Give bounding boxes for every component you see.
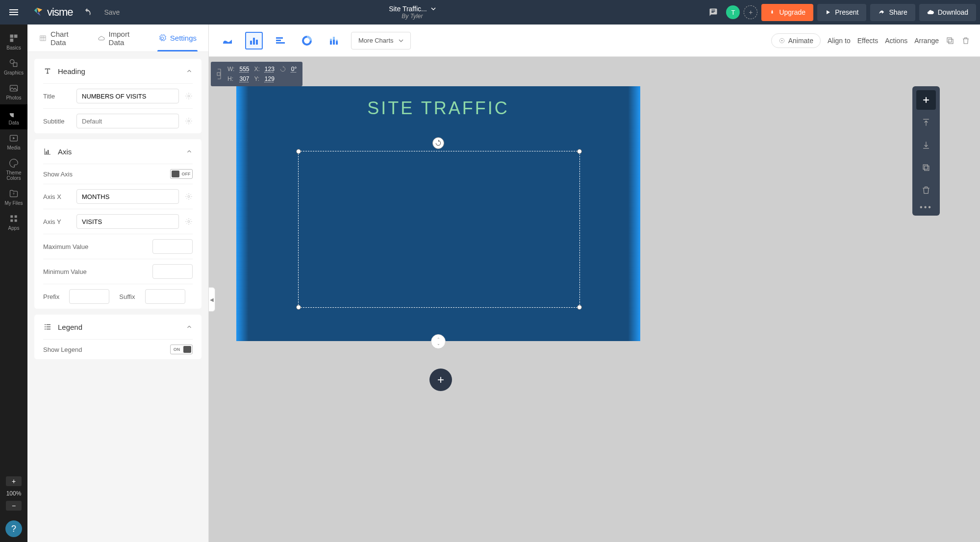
svg-rect-26 <box>330 39 332 41</box>
nav-theme-colors[interactable]: Theme Colors <box>0 154 27 185</box>
slide[interactable]: SITE TRAFFIC ⌃⌄ <box>236 86 640 341</box>
zoom-percent[interactable]: 100% <box>6 488 22 499</box>
tab-settings[interactable]: Settings <box>151 25 203 51</box>
animate-button[interactable]: Animate <box>771 33 821 48</box>
svg-rect-1 <box>14 35 18 38</box>
gear-icon[interactable] <box>185 193 193 200</box>
tab-chart-data[interactable]: Chart Data <box>32 25 91 51</box>
lock-icon[interactable] <box>217 67 223 81</box>
gear-icon[interactable] <box>185 218 193 225</box>
move-down-button[interactable] <box>916 135 936 155</box>
project-title[interactable]: Site Traffic... <box>389 5 436 13</box>
rotate-handle[interactable] <box>432 137 444 149</box>
tab-import-data-label: Import Data <box>109 30 145 47</box>
tab-import-data[interactable]: Import Data <box>91 25 151 51</box>
y-value[interactable]: 129 <box>265 75 275 82</box>
resize-handle-ne[interactable] <box>577 149 582 154</box>
add-collaborator-button[interactable]: + <box>744 5 757 19</box>
panel-body[interactable]: Heading Title Subtitle <box>27 52 208 542</box>
duplicate-icon[interactable] <box>946 36 955 45</box>
chart-selection[interactable] <box>298 151 580 308</box>
duplicate-slide-button[interactable] <box>916 158 936 177</box>
user-avatar[interactable]: T <box>726 5 740 19</box>
chart-type-hbar[interactable] <box>272 32 289 49</box>
h-label: H: <box>227 75 234 82</box>
suffix-input[interactable] <box>145 289 185 304</box>
resize-handle-nw[interactable] <box>296 149 301 154</box>
gear-icon[interactable] <box>185 92 193 100</box>
canvas[interactable]: ◀ W: 555 X: 123 0° H: 307 Y: 129 SITE TR… <box>209 57 980 542</box>
chart-type-bar[interactable] <box>245 32 263 49</box>
min-value-input[interactable] <box>152 264 193 279</box>
nav-graphics[interactable]: Graphics <box>0 54 27 79</box>
effects-button[interactable]: Effects <box>857 37 879 45</box>
more-options-button[interactable]: ••• <box>916 203 936 212</box>
chart-type-stacked[interactable] <box>325 32 342 49</box>
axis-y-input[interactable] <box>76 214 179 229</box>
zoom-out-button[interactable]: − <box>6 501 22 511</box>
add-slide-button[interactable]: + <box>429 369 452 391</box>
comments-button[interactable] <box>704 3 722 21</box>
chart-type-area[interactable] <box>219 32 236 49</box>
max-value-input[interactable] <box>152 239 193 254</box>
x-label: X: <box>254 66 259 73</box>
nav-my-files[interactable]: My Files <box>0 185 27 210</box>
nav-photos[interactable]: Photos <box>0 79 27 104</box>
menu-button[interactable] <box>4 2 24 22</box>
section-legend-header[interactable]: Legend <box>43 315 193 339</box>
resize-handle-se[interactable] <box>577 305 582 310</box>
h-value[interactable]: 307 <box>239 75 249 82</box>
more-charts-dropdown[interactable]: More Charts <box>351 32 411 49</box>
dimensions-panel: W: 555 X: 123 0° H: 307 Y: 129 <box>211 62 302 86</box>
resize-handle-sw[interactable] <box>296 305 301 310</box>
svg-rect-19 <box>253 38 255 45</box>
nav-media[interactable]: Media <box>0 129 27 154</box>
save-button[interactable]: Save <box>104 8 120 16</box>
show-legend-toggle[interactable]: ON <box>170 345 193 354</box>
collapse-panel-button[interactable]: ◀ <box>209 287 215 312</box>
axis-x-input[interactable] <box>76 189 179 204</box>
rotation-value[interactable]: 0° <box>291 66 297 73</box>
text-icon <box>43 67 52 75</box>
svg-rect-8 <box>15 215 17 218</box>
nav-basics[interactable]: Basics <box>0 29 27 54</box>
present-button[interactable]: Present <box>817 4 866 21</box>
plus-icon <box>921 95 931 105</box>
x-value[interactable]: 123 <box>265 66 275 73</box>
share-button[interactable]: Share <box>870 4 915 21</box>
svg-point-13 <box>188 120 190 122</box>
nav-photos-label: Photos <box>6 95 21 100</box>
zoom-in-button[interactable]: + <box>6 476 22 486</box>
logo[interactable]: visme <box>33 6 73 19</box>
section-axis-header[interactable]: Axis <box>43 139 193 164</box>
slide-expand-handle[interactable]: ⌃⌄ <box>431 334 446 349</box>
logo-text: visme <box>47 6 73 19</box>
move-up-button[interactable] <box>916 113 936 132</box>
undo-button[interactable] <box>78 3 96 21</box>
gear-icon[interactable] <box>185 117 193 125</box>
hamburger-icon <box>8 6 20 18</box>
slide-title[interactable]: SITE TRAFFIC <box>236 86 640 119</box>
actions-button[interactable]: Actions <box>885 37 907 45</box>
add-element-button[interactable] <box>916 90 936 110</box>
svg-rect-11 <box>40 36 46 41</box>
nav-data[interactable]: Data <box>0 104 27 129</box>
axis-y-label: Axis Y <box>43 218 71 225</box>
show-axis-toggle[interactable]: OFF <box>170 169 193 179</box>
w-value[interactable]: 555 <box>239 66 249 73</box>
help-button[interactable]: ? <box>5 520 22 537</box>
prefix-input[interactable] <box>69 289 109 304</box>
nav-apps[interactable]: Apps <box>0 210 27 235</box>
chart-type-donut[interactable] <box>298 32 316 49</box>
arrange-button[interactable]: Arrange <box>914 37 939 45</box>
upgrade-button[interactable]: Upgrade <box>761 4 813 21</box>
section-heading-header[interactable]: Heading <box>43 59 193 83</box>
download-button[interactable]: Download <box>919 4 976 21</box>
trash-icon[interactable] <box>961 36 970 45</box>
main: Basics Graphics Photos Data Media Theme … <box>0 25 980 542</box>
row-min-value: Minimum Value <box>43 259 193 284</box>
align-to-button[interactable]: Align to <box>828 37 851 45</box>
title-input[interactable] <box>76 89 179 103</box>
subtitle-input[interactable] <box>76 114 179 128</box>
delete-slide-button[interactable] <box>916 180 936 200</box>
